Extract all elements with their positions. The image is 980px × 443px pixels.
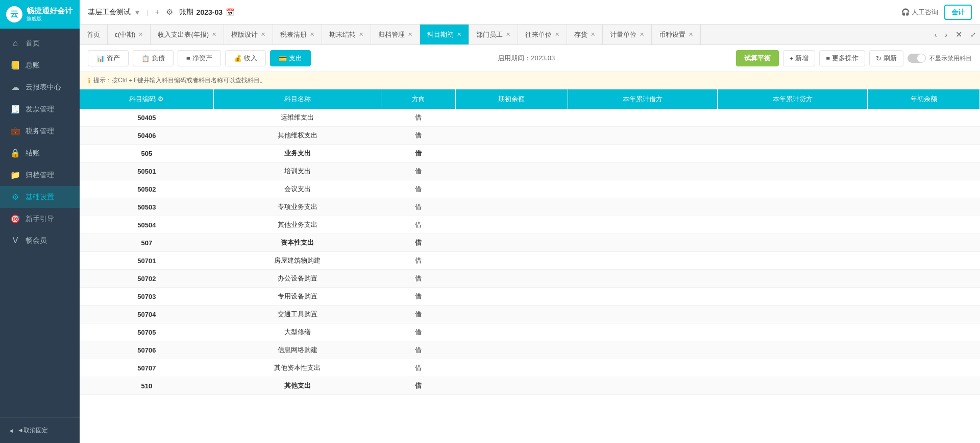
tab-close-tax[interactable]: ✕ xyxy=(310,31,314,38)
tab-period-end[interactable]: 期末结转✕ xyxy=(322,25,371,45)
table-row[interactable]: 50503 专项业务支出 借 xyxy=(80,198,980,216)
tab-prev-btn[interactable]: ‹ xyxy=(930,25,941,45)
sidebar-item-tax[interactable]: 💼税务管理 xyxy=(0,120,80,142)
sidebar-item-settings[interactable]: ⚙基础设置 xyxy=(0,186,80,208)
tab-archive[interactable]: 归档管理✕ xyxy=(371,25,420,45)
refresh-btn[interactable]: ↻ 刷新 xyxy=(869,50,903,66)
cell-year-begin-4 xyxy=(868,180,980,198)
cat-btn-liability[interactable]: 📋负债 xyxy=(133,50,174,66)
tab-close-interim[interactable]: ✕ xyxy=(138,31,143,38)
table-row[interactable]: 50405 运维维支出 借 xyxy=(80,109,980,127)
tab-tax[interactable]: 税表清册✕ xyxy=(273,25,322,45)
table-row[interactable]: 50701 房屋建筑物购建 借 xyxy=(80,252,980,270)
tab-close-subject-init[interactable]: ✕ xyxy=(457,31,461,38)
company-selector[interactable]: 基层工会测试 ▼ xyxy=(88,8,141,17)
cell-name-6: 其他业务支出 xyxy=(214,216,381,234)
table-row[interactable]: 50406 其他维权支出 借 xyxy=(80,127,980,145)
tab-income[interactable]: 收入支出表(年报)✕ xyxy=(151,25,224,45)
tab-close-stock[interactable]: ✕ xyxy=(591,31,595,38)
cat-btn-expense[interactable]: 💳支出 xyxy=(270,50,311,66)
cat-btn-asset[interactable]: 📊资产 xyxy=(88,50,129,66)
table-container[interactable]: 科目编码 ⚙科目名称方向期初余额本年累计借方本年累计贷方年初余额 50405 运… xyxy=(80,89,980,443)
nav-icon-home: ⌂ xyxy=(10,39,20,48)
cell-ytd-credit-3 xyxy=(718,162,868,180)
tab-next-btn[interactable]: › xyxy=(941,25,951,45)
tab-home[interactable]: 首页 xyxy=(80,25,108,45)
cell-ytd-credit-10 xyxy=(718,288,868,306)
tab-close-partner[interactable]: ✕ xyxy=(555,31,559,38)
sidebar-item-archive[interactable]: 📁归档管理 xyxy=(0,164,80,186)
table-row[interactable]: 50707 其他资本性支出 借 xyxy=(80,359,980,377)
nav-label-archive: 归档管理 xyxy=(26,171,54,180)
tab-close-archive[interactable]: ✕ xyxy=(408,31,412,38)
tab-stock[interactable]: 存货✕ xyxy=(567,25,603,45)
tab-close-all-btn[interactable]: ✕ xyxy=(951,25,966,45)
sidebar-collapse-btn[interactable]: ◄ ◄取消固定 xyxy=(0,417,80,443)
table-row[interactable]: 50502 会议支出 借 xyxy=(80,180,980,198)
col-settings-icon[interactable]: ⚙ xyxy=(158,95,164,103)
sidebar-item-close[interactable]: 🔒结账 xyxy=(0,142,80,164)
cell-balance-13 xyxy=(455,341,568,359)
table-row[interactable]: 50705 大型修缮 借 xyxy=(80,323,980,341)
sidebar-item-member[interactable]: V畅会员 xyxy=(0,230,80,251)
nav-label-home: 首页 xyxy=(26,39,40,48)
tab-unit[interactable]: 计量单位✕ xyxy=(603,25,652,45)
help-btn[interactable]: 🎧 人工咨询 xyxy=(901,8,938,17)
nav-label-tax: 税务管理 xyxy=(26,127,54,136)
table-row[interactable]: 505 业务支出 借 xyxy=(80,145,980,162)
cell-ytd-debit-15 xyxy=(568,377,718,395)
cat-btn-net-asset[interactable]: ≡净资产 xyxy=(178,50,221,66)
tab-close-period-end[interactable]: ✕ xyxy=(359,31,363,38)
cell-ytd-debit-8 xyxy=(568,252,718,270)
cell-ytd-credit-15 xyxy=(718,377,868,395)
calc-balance-btn[interactable]: 试算平衡 xyxy=(736,50,779,66)
table-row[interactable]: 50706 信息网络购建 借 xyxy=(80,341,980,359)
tab-close-template[interactable]: ✕ xyxy=(261,31,265,38)
add-btn[interactable]: + 新增 xyxy=(783,50,816,66)
tab-close-unit[interactable]: ✕ xyxy=(640,31,644,38)
content-area: 📊资产📋负债≡净资产💰收入💳支出 启用期间：2023.03 试算平衡 + 新增 … xyxy=(80,45,980,443)
tab-expand-btn[interactable]: ⤢ xyxy=(966,25,980,45)
toggle-disabled-subjects[interactable]: 不显示禁用科目 xyxy=(908,54,972,63)
tab-partner[interactable]: 往来单位✕ xyxy=(518,25,567,45)
tab-label-archive: 归档管理 xyxy=(378,30,405,39)
table-row[interactable]: 50704 交通工具购置 借 xyxy=(80,306,980,323)
cell-direction-0: 借 xyxy=(381,109,456,127)
table-row[interactable]: 50504 其他业务支出 借 xyxy=(80,216,980,234)
cell-balance-1 xyxy=(455,127,568,145)
topbar-right: 🎧 人工咨询 会计 xyxy=(901,5,972,20)
table-row[interactable]: 507 资本性支出 借 xyxy=(80,234,980,252)
sidebar-item-home[interactable]: ⌂首页 xyxy=(0,33,80,54)
cat-actions: 试算平衡 + 新增 ≡ 更多操作 ↻ 刷新 不显示禁用科目 xyxy=(736,50,972,66)
account-btn[interactable]: 会计 xyxy=(944,5,972,20)
tab-template[interactable]: 模版设计✕ xyxy=(224,25,273,45)
add-company-btn[interactable]: + xyxy=(155,8,159,17)
cell-direction-8: 借 xyxy=(381,252,456,270)
table-row[interactable]: 50501 培训支出 借 xyxy=(80,162,980,180)
topbar-sep: | xyxy=(147,8,149,16)
toggle-input[interactable] xyxy=(908,54,926,63)
tab-subject-init[interactable]: 科目期初✕ xyxy=(420,25,469,45)
tab-currency[interactable]: 币种设置✕ xyxy=(652,25,701,45)
table-row[interactable]: 50702 办公设备购置 借 xyxy=(80,270,980,288)
more-actions-btn[interactable]: ≡ 更多操作 xyxy=(819,50,865,66)
tab-interim[interactable]: ε(中期)✕ xyxy=(108,25,151,45)
collapse-icon: ◄ xyxy=(8,427,14,434)
calendar-icon[interactable]: 📅 xyxy=(226,8,234,16)
tab-close-dept[interactable]: ✕ xyxy=(506,31,510,38)
table-row[interactable]: 50703 专用设备购置 借 xyxy=(80,288,980,306)
cell-name-3: 培训支出 xyxy=(214,162,381,180)
switch-knob xyxy=(917,54,925,62)
sidebar-item-guide[interactable]: 🎯新手引导 xyxy=(0,208,80,230)
sidebar-item-ledger[interactable]: 📒总账 xyxy=(0,54,80,76)
tab-close-currency[interactable]: ✕ xyxy=(689,31,693,38)
cat-btn-income2[interactable]: 💰收入 xyxy=(225,50,266,66)
table-row[interactable]: 510 其他支出 借 xyxy=(80,377,980,395)
col-header-1: 科目名称 xyxy=(214,89,381,109)
sidebar-item-invoice[interactable]: 🧾发票管理 xyxy=(0,98,80,120)
settings-icon[interactable]: ⚙ xyxy=(166,7,173,17)
cell-direction-5: 借 xyxy=(381,198,456,216)
sidebar-item-reports[interactable]: ☁云报表中心 xyxy=(0,76,80,98)
tab-dept[interactable]: 部门员工✕ xyxy=(469,25,518,45)
tab-close-income[interactable]: ✕ xyxy=(212,31,216,38)
